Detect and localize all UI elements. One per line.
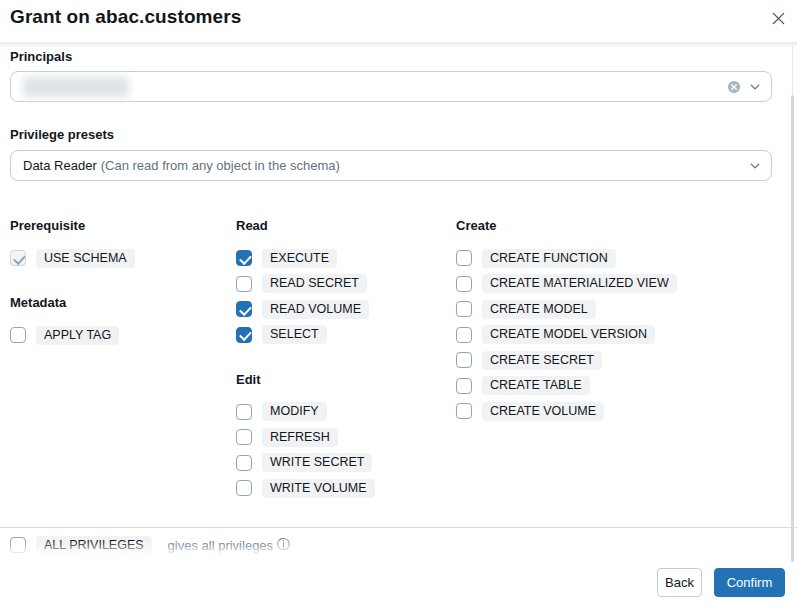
chevron-down-icon[interactable] xyxy=(749,160,761,172)
privilege-label: MODIFY xyxy=(262,402,327,421)
checkbox-create-model[interactable] xyxy=(456,301,472,317)
privilege-row: CREATE MODEL VERSION xyxy=(456,326,786,344)
checkbox-read-volume[interactable] xyxy=(236,301,252,317)
privilege-row: CREATE FUNCTION xyxy=(456,249,786,267)
group-read: Read EXECUTE READ SECRET READ VOLUME SEL… xyxy=(236,218,448,344)
privilege-row: WRITE VOLUME xyxy=(236,479,448,497)
privilege-row: WRITE SECRET xyxy=(236,454,448,472)
all-privileges-label: ALL PRIVILEGES xyxy=(36,536,152,555)
checkbox-write-secret[interactable] xyxy=(236,455,252,471)
privilege-label: CREATE MODEL VERSION xyxy=(482,325,655,344)
preset-selected-description: (Can read from any object in the schema) xyxy=(101,158,340,173)
checkbox-create-model-version[interactable] xyxy=(456,327,472,343)
scroll-shadow-top xyxy=(0,42,797,48)
privilege-row: REFRESH xyxy=(236,428,448,446)
close-icon-glyph xyxy=(771,11,786,26)
checkbox-create-table[interactable] xyxy=(456,378,472,394)
checkbox-select[interactable] xyxy=(236,327,252,343)
privilege-label: WRITE SECRET xyxy=(262,453,372,472)
checkbox-execute[interactable] xyxy=(236,250,252,266)
group-create: Create CREATE FUNCTION CREATE MATERIALIZ… xyxy=(456,218,786,420)
privilege-column-1: Prerequisite USE SCHEMA Metadata APPLY T… xyxy=(10,218,222,352)
principals-combobox[interactable] xyxy=(10,71,772,102)
privilege-label: USE SCHEMA xyxy=(36,249,135,268)
privilege-column-3: Create CREATE FUNCTION CREATE MATERIALIZ… xyxy=(456,218,786,428)
page-title: Grant on abac.customers xyxy=(10,6,241,28)
privilege-label: WRITE VOLUME xyxy=(262,479,375,498)
privilege-label: CREATE TABLE xyxy=(482,376,590,395)
privilege-label: CREATE SECRET xyxy=(482,351,602,370)
checkbox-use-schema[interactable] xyxy=(10,250,26,266)
group-heading: Metadata xyxy=(10,295,222,311)
privilege-row: CREATE TABLE xyxy=(456,377,786,395)
privilege-presets-label: Privilege presets xyxy=(10,127,114,142)
group-edit: Edit MODIFY REFRESH WRITE SECRET WRITE V… xyxy=(236,372,448,498)
privilege-row: MODIFY xyxy=(236,403,448,421)
privilege-column-2: Read EXECUTE READ SECRET READ VOLUME SEL… xyxy=(236,218,448,505)
checkbox-apply-tag[interactable] xyxy=(10,327,26,343)
group-heading: Edit xyxy=(236,372,448,388)
privilege-label: READ SECRET xyxy=(262,274,367,293)
group-heading: Create xyxy=(456,218,786,234)
privilege-label: CREATE FUNCTION xyxy=(482,249,616,268)
privilege-row: CREATE SECRET xyxy=(456,351,786,369)
info-icon[interactable]: ⓘ xyxy=(277,536,290,554)
privilege-row: CREATE VOLUME xyxy=(456,402,786,420)
privilege-label: READ VOLUME xyxy=(262,300,369,319)
confirm-button[interactable]: Confirm xyxy=(714,568,785,597)
checkbox-create-volume[interactable] xyxy=(456,403,472,419)
checkbox-create-materialized-view[interactable] xyxy=(456,276,472,292)
privilege-row: CREATE MATERIALIZED VIEW xyxy=(456,275,786,293)
divider xyxy=(0,527,797,528)
privilege-label: SELECT xyxy=(262,325,327,344)
checkbox-read-secret[interactable] xyxy=(236,276,252,292)
principals-label: Principals xyxy=(10,49,72,64)
privilege-row: READ VOLUME xyxy=(236,300,448,318)
group-metadata: Metadata APPLY TAG xyxy=(10,295,222,344)
back-button[interactable]: Back xyxy=(657,568,702,597)
chevron-down-icon[interactable] xyxy=(749,81,761,93)
scrollbar-thumb[interactable] xyxy=(791,95,794,562)
checkbox-all-privileges[interactable] xyxy=(10,537,26,553)
group-heading: Prerequisite xyxy=(10,218,222,234)
all-privileges-hint: gives all privileges ⓘ xyxy=(168,536,291,554)
group-prerequisite: Prerequisite USE SCHEMA xyxy=(10,218,222,267)
checkbox-create-function[interactable] xyxy=(456,250,472,266)
privilege-label: EXECUTE xyxy=(262,249,337,268)
group-heading: Read xyxy=(236,218,448,234)
privilege-row: CREATE MODEL xyxy=(456,300,786,318)
privilege-row: APPLY TAG xyxy=(10,326,222,344)
selected-principal-redacted xyxy=(23,77,129,97)
privilege-label: REFRESH xyxy=(262,428,338,447)
privilege-row: EXECUTE xyxy=(236,249,448,267)
checkbox-write-volume[interactable] xyxy=(236,480,252,496)
privilege-label: APPLY TAG xyxy=(36,326,119,345)
close-icon[interactable] xyxy=(768,8,788,28)
privilege-label: CREATE MODEL xyxy=(482,300,596,319)
all-privileges-row: ALL PRIVILEGES gives all privileges ⓘ xyxy=(10,536,290,554)
privilege-label: CREATE MATERIALIZED VIEW xyxy=(482,274,677,293)
privilege-label: CREATE VOLUME xyxy=(482,402,604,421)
checkbox-modify[interactable] xyxy=(236,404,252,420)
privilege-row: SELECT xyxy=(236,326,448,344)
clear-selection-icon[interactable] xyxy=(727,80,741,94)
checkbox-refresh[interactable] xyxy=(236,429,252,445)
checkbox-create-secret[interactable] xyxy=(456,352,472,368)
preset-selected-value: Data Reader xyxy=(23,158,97,173)
privilege-presets-select[interactable]: Data Reader (Can read from any object in… xyxy=(10,150,772,181)
privilege-row: USE SCHEMA xyxy=(10,249,222,267)
privilege-row: READ SECRET xyxy=(236,275,448,293)
